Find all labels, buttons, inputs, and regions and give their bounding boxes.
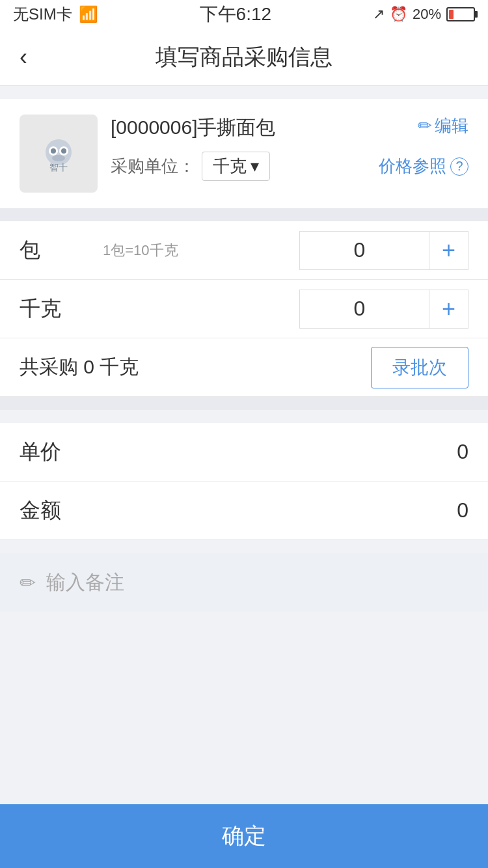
product-image: 智十 (20, 115, 98, 193)
status-bar: 无SIM卡 📶 下午6:12 ↗ ⏰ 20% (0, 0, 488, 29)
svg-text:智十: 智十 (49, 162, 68, 172)
quantity-row-kg: 千克 + (0, 280, 488, 338)
sim-card-icon: 📶 (79, 5, 98, 23)
product-info: [0000006]手撕面包 ✏ 编辑 采购单位： 千克 ▾ 价格参照 ? (111, 115, 468, 181)
amount-value: 0 (457, 498, 468, 522)
status-time: 下午6:12 (200, 2, 272, 27)
unit-price-label: 单价 (20, 438, 61, 467)
purchase-unit-row: 采购单位： 千克 ▾ 价格参照 ? (111, 152, 468, 181)
quantity-section: 包 1包=10千克 + 千克 + (0, 221, 488, 338)
kg-plus-button[interactable]: + (429, 290, 468, 329)
price-ref-label: 价格参照 (379, 155, 446, 178)
battery-icon (446, 7, 475, 21)
product-logo: 智十 (33, 134, 85, 173)
unit-price-row: 单价 0 (0, 423, 488, 481)
status-left: 无SIM卡 📶 (13, 4, 98, 25)
unit-bao-label: 包 (20, 236, 98, 265)
bao-input[interactable] (299, 231, 429, 270)
summary-text: 共采购 0 千克 (20, 354, 139, 381)
alarm-icon: ⏰ (390, 6, 407, 23)
unit-bao-sub: 1包=10千克 (103, 241, 299, 260)
unit-label: 采购单位： (111, 155, 195, 178)
record-batch-button[interactable]: 录批次 (371, 347, 468, 388)
bao-controls: + (299, 231, 468, 270)
chevron-down-icon: ▾ (251, 156, 259, 176)
amount-label: 金额 (20, 496, 61, 525)
confirm-button[interactable]: 确定 (0, 804, 488, 868)
product-name: [0000006]手撕面包 (111, 115, 418, 141)
svg-point-5 (52, 155, 65, 161)
unit-select[interactable]: 千克 ▾ (202, 152, 270, 181)
kg-controls: + (299, 290, 468, 329)
edit-label: 编辑 (435, 115, 468, 137)
edit-icon: ✏ (418, 116, 432, 136)
product-card: 智十 [0000006]手撕面包 ✏ 编辑 采购单位： 千克 ▾ 价格参照 (0, 99, 488, 208)
svg-point-4 (61, 148, 66, 154)
section-separator-1 (0, 208, 488, 221)
section-separator-2 (0, 397, 488, 410)
kg-input[interactable] (299, 290, 429, 329)
confirm-button-label: 确定 (222, 821, 266, 851)
summary-row: 共采购 0 千克 录批次 (0, 338, 488, 397)
svg-point-3 (51, 148, 56, 154)
edit-button[interactable]: ✏ 编辑 (418, 115, 468, 137)
battery-percent: 20% (413, 6, 441, 23)
carrier-text: 无SIM卡 (13, 4, 72, 25)
pencil-icon: ✏ (20, 571, 36, 594)
unit-value: 千克 (213, 155, 247, 178)
nav-bar: ‹ 填写商品采购信息 (0, 29, 488, 86)
price-reference-button[interactable]: 价格参照 ? (379, 155, 468, 178)
location-icon: ↗ (373, 6, 385, 23)
unit-price-value: 0 (457, 440, 468, 464)
price-section: 单价 0 金额 0 (0, 423, 488, 540)
quantity-row-bao: 包 1包=10千克 + (0, 221, 488, 280)
remark-placeholder: 输入备注 (46, 569, 124, 596)
page-title: 填写商品采购信息 (156, 42, 332, 72)
bao-plus-button[interactable]: + (429, 231, 468, 270)
unit-kg-label: 千克 (20, 295, 98, 323)
bottom-space (0, 612, 488, 742)
help-icon: ? (450, 157, 468, 176)
amount-row: 金额 0 (0, 481, 488, 540)
status-right: ↗ ⏰ 20% (373, 6, 475, 23)
remark-section[interactable]: ✏ 输入备注 (0, 553, 488, 612)
back-button[interactable]: ‹ (20, 44, 59, 71)
